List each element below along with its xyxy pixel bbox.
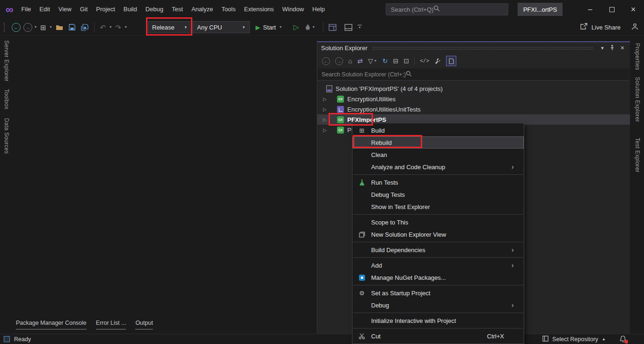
- bottom-tool-window-tabs: Package Manager Console Error List ... O…: [16, 320, 153, 329]
- show-all-files-icon[interactable]: ⊡: [403, 58, 409, 64]
- menu-item-analyze-and-code-cleanup[interactable]: Analyze and Code Cleanup ›: [352, 161, 524, 173]
- expander-icon[interactable]: ▷: [322, 107, 328, 112]
- toolbar-grip[interactable]: [4, 22, 6, 32]
- menu-tools[interactable]: Tools: [217, 0, 240, 19]
- chevron-down-icon[interactable]: ▾: [35, 25, 37, 29]
- menu-item-scope-to-this[interactable]: Scope to This: [352, 216, 524, 228]
- tree-row-solution[interactable]: Solution 'PFXImportPS' (4 of 4 projects): [317, 83, 630, 94]
- window-position-chevron-icon[interactable]: ▾: [598, 45, 607, 51]
- chevron-down-icon[interactable]: ▾: [125, 25, 127, 29]
- solution-configuration-dropdown[interactable]: Release ▾: [148, 21, 192, 33]
- background-tasks-icon[interactable]: [4, 336, 10, 342]
- solution-explorer-toolbar: ← → ⌂ ⇄ ▽ ▾ ↻ ⊟ ⊡ </>: [317, 53, 630, 68]
- menu-item-cut[interactable]: Cut Ctrl+X: [352, 330, 524, 342]
- maximize-button[interactable]: [601, 0, 622, 19]
- chevron-down-icon[interactable]: ▾: [50, 25, 52, 29]
- tree-row-project-encryptionutilities[interactable]: ▷ C# EncryptionUtilities: [317, 94, 630, 104]
- right-tool-strip: Properties Solution Explorer Test Explor…: [630, 36, 644, 334]
- menu-item-build[interactable]: ⊞ Build: [352, 124, 524, 136]
- solution-explorer-toolbar-icon[interactable]: [329, 19, 337, 36]
- menu-edit[interactable]: Edit: [35, 0, 54, 19]
- maximize-icon: [609, 7, 615, 12]
- save-icon[interactable]: [69, 24, 75, 30]
- menu-extensions[interactable]: Extensions: [240, 0, 278, 19]
- navigate-forward-icon[interactable]: →: [23, 23, 32, 32]
- home-icon[interactable]: ⌂: [348, 58, 352, 64]
- new-project-icon[interactable]: ⊞: [40, 24, 46, 31]
- status-ready-text: Ready: [14, 336, 31, 343]
- caret-up-icon[interactable]: ▲: [602, 337, 606, 341]
- save-all-icon[interactable]: [81, 24, 88, 31]
- close-panel-icon[interactable]: ×: [618, 44, 627, 52]
- menu-project[interactable]: Project: [92, 0, 119, 19]
- toolbar-options-overflow[interactable]: ▾: [358, 19, 362, 36]
- sidebar-tab-properties[interactable]: Properties: [634, 43, 641, 70]
- start-debugging-button[interactable]: ▶ Start ▾: [256, 19, 282, 36]
- sidebar-tab-server-explorer[interactable]: Server Explorer: [3, 40, 10, 82]
- redo-icon[interactable]: ↷: [115, 24, 121, 31]
- refresh-icon[interactable]: ↻: [382, 58, 388, 64]
- menu-item-add[interactable]: Add ›: [352, 259, 524, 271]
- menu-item-initialize-interactive-with-project[interactable]: Initialize Interactive with Project: [352, 314, 524, 327]
- sidebar-tab-data-sources[interactable]: Data Sources: [3, 118, 10, 154]
- forward-icon[interactable]: →: [335, 57, 343, 65]
- start-without-debugging-icon[interactable]: ▷: [293, 19, 299, 36]
- live-share-label[interactable]: Live Share: [592, 24, 621, 31]
- menu-analyze[interactable]: Analyze: [187, 0, 217, 19]
- navigate-backward-icon[interactable]: ←: [12, 23, 21, 32]
- close-button[interactable]: ×: [622, 0, 644, 19]
- menu-item-clean[interactable]: Clean: [352, 149, 524, 161]
- tab-error-list[interactable]: Error List ...: [96, 320, 126, 329]
- menu-item-debug-tests[interactable]: Debug Tests: [352, 188, 524, 201]
- menu-help[interactable]: Help: [308, 0, 329, 19]
- tree-row-project-encryptionutilitiesunittests[interactable]: ▷ EncryptionUtilitiesUnitTests: [317, 104, 630, 114]
- chevron-down-icon[interactable]: ▾: [110, 25, 111, 29]
- menu-item-manage-nuget-packages[interactable]: Manage NuGet Packages...: [352, 271, 524, 284]
- chevron-down-icon[interactable]: ▾: [374, 59, 376, 63]
- expander-icon[interactable]: ▷: [322, 117, 328, 122]
- undo-icon[interactable]: ↶: [100, 24, 106, 31]
- sidebar-tab-toolbox[interactable]: Toolbox: [3, 89, 10, 109]
- expander-icon[interactable]: ▷: [322, 97, 328, 102]
- menu-item-new-solution-explorer-view[interactable]: New Solution Explorer View: [352, 228, 524, 240]
- preview-selected-items-icon[interactable]: [446, 56, 456, 66]
- menu-file[interactable]: File: [17, 0, 35, 19]
- open-file-icon[interactable]: [56, 24, 63, 30]
- menu-item-show-in-test-explorer[interactable]: Show in Test Explorer: [352, 201, 524, 213]
- solution-platform-dropdown[interactable]: Any CPU ▾: [193, 21, 250, 33]
- filter-icon[interactable]: ▽: [368, 58, 373, 64]
- menu-window[interactable]: Window: [278, 0, 308, 19]
- quick-search-box[interactable]: Search (Ctrl+Q): [386, 3, 508, 15]
- minimize-button[interactable]: –: [579, 0, 601, 19]
- collapse-all-icon[interactable]: ⊟: [393, 58, 399, 64]
- tab-output[interactable]: Output: [135, 320, 153, 329]
- menu-git[interactable]: Git: [76, 0, 92, 19]
- menu-item-rebuild[interactable]: Rebuild: [352, 136, 524, 149]
- menu-debug[interactable]: Debug: [141, 0, 168, 19]
- menu-item-build-dependencies[interactable]: Build Dependencies ›: [352, 244, 524, 256]
- panel-drag-handle[interactable]: [372, 46, 593, 51]
- menu-item-debug[interactable]: Debug ›: [352, 299, 524, 311]
- menu-item-run-tests[interactable]: Run Tests: [352, 176, 524, 188]
- live-share-icon[interactable]: [580, 23, 587, 32]
- back-icon[interactable]: ←: [322, 57, 330, 65]
- tab-package-manager-console[interactable]: Package Manager Console: [16, 320, 87, 329]
- select-repository-button[interactable]: Select Repository: [552, 336, 598, 343]
- solution-explorer-search-input[interactable]: Search Solution Explorer (Ctrl+;): [318, 68, 629, 81]
- user-account-icon[interactable]: [631, 23, 638, 32]
- properties-wrench-icon[interactable]: [434, 58, 441, 64]
- hot-reload-button[interactable]: ▾: [305, 19, 315, 36]
- sidebar-tab-solution-explorer[interactable]: Solution Explorer: [634, 77, 641, 122]
- sidebar-tab-test-explorer[interactable]: Test Explorer: [634, 138, 641, 172]
- pin-icon[interactable]: [607, 45, 618, 51]
- menu-test[interactable]: Test: [168, 0, 187, 19]
- menu-view[interactable]: View: [54, 0, 76, 19]
- expander-icon[interactable]: ▷: [322, 127, 328, 133]
- view-code-icon[interactable]: </>: [420, 59, 429, 64]
- menu-build[interactable]: Build: [119, 0, 141, 19]
- sync-with-active-document-icon[interactable]: ⇄: [357, 58, 363, 64]
- properties-window-toolbar-icon[interactable]: [344, 19, 352, 36]
- menu-item-set-as-startup-project[interactable]: ⚙ Set as Startup Project: [352, 287, 524, 299]
- play-icon: ▶: [256, 24, 260, 30]
- notifications-button[interactable]: [620, 336, 626, 343]
